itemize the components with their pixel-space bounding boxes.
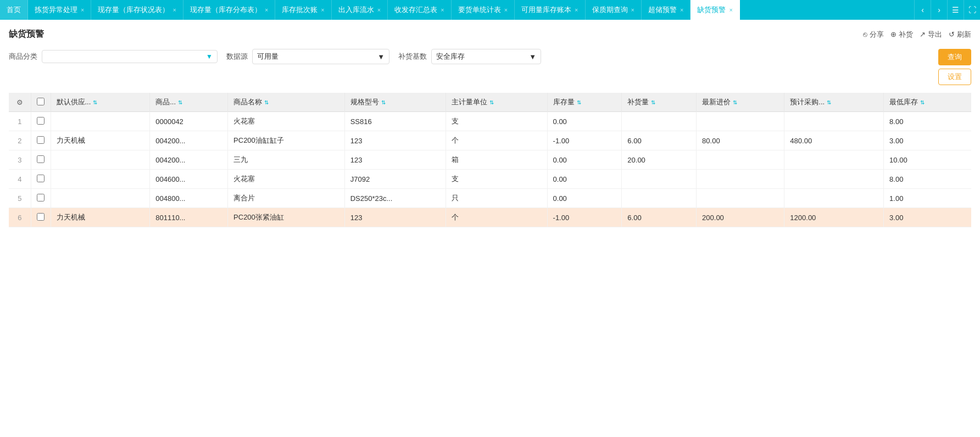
col-est-purchase-header[interactable]: 预计采购... ⇅ bbox=[784, 93, 884, 112]
tab-shortage[interactable]: 缺货预警 × bbox=[691, 0, 739, 20]
close-stock-dist-tab[interactable]: × bbox=[265, 7, 268, 13]
header-actions: ⎋ 分享 ⊕ 补货 ↗ 导出 ↺ 刷新 bbox=[863, 30, 971, 40]
close-receive-summary-tab[interactable]: × bbox=[441, 7, 444, 13]
cell-unit-2: 个 bbox=[446, 131, 547, 150]
fullscreen-btn[interactable]: ⛶ bbox=[964, 0, 980, 20]
tab-in-out-flow[interactable]: 出入库流水 × bbox=[332, 0, 388, 20]
replenish-btn[interactable]: ⊕ 补货 bbox=[890, 30, 913, 40]
cell-spec-6: 123 bbox=[344, 208, 446, 227]
tab-batch-account[interactable]: 库存批次账 × bbox=[275, 0, 331, 20]
row-select-1[interactable] bbox=[37, 117, 44, 125]
col-product-id-header[interactable]: 商品... ⇅ bbox=[150, 93, 228, 112]
tab-receive-summary[interactable]: 收发存汇总表 × bbox=[388, 0, 451, 20]
col-min-stock-header[interactable]: 最低库存 ⇅ bbox=[884, 93, 971, 112]
page-title: 缺货预警 bbox=[9, 29, 44, 40]
col-latest-price-header[interactable]: 最新进价 ⇅ bbox=[697, 93, 784, 112]
tab-expiry-query[interactable]: 保质期查询 × bbox=[586, 0, 642, 20]
cell-min-stock-4: 8.00 bbox=[884, 170, 971, 189]
row-checkbox-3[interactable] bbox=[31, 150, 51, 170]
cell-spec-2: 123 bbox=[344, 131, 446, 150]
share-icon: ⎋ bbox=[863, 30, 867, 38]
close-exception-tab[interactable]: × bbox=[81, 7, 84, 13]
tab-stock-dist[interactable]: 现存量（库存分布表） × bbox=[183, 0, 275, 20]
table-row: 6 力天机械 801110... PC200张紧油缸 123 个 -1.00 6… bbox=[9, 208, 971, 227]
cell-replenish-qty-5 bbox=[622, 189, 697, 208]
cell-supplier-6: 力天机械 bbox=[51, 208, 150, 227]
row-checkbox-5[interactable] bbox=[31, 189, 51, 208]
close-order-stats-tab[interactable]: × bbox=[504, 7, 508, 13]
tab-home[interactable]: 首页 bbox=[0, 0, 28, 20]
close-batch-account-tab[interactable]: × bbox=[321, 7, 324, 13]
col-product-name-header[interactable]: 商品名称 ⇅ bbox=[228, 93, 345, 112]
row-num-3: 3 bbox=[9, 150, 31, 170]
sort-replenish-qty-icon: ⇅ bbox=[651, 99, 655, 105]
sort-min-stock-icon: ⇅ bbox=[920, 99, 925, 105]
close-stock-status-tab[interactable]: × bbox=[172, 7, 176, 13]
page-container: 缺货预警 ⎋ 分享 ⊕ 补货 ↗ 导出 ↺ 刷新 商品分类 bbox=[0, 20, 980, 437]
tab-exception[interactable]: 拣货异常处理 × bbox=[28, 0, 91, 20]
gear-icon[interactable]: ⚙ bbox=[16, 98, 23, 107]
category-select[interactable]: ▼ bbox=[42, 50, 218, 63]
table-row: 1 0000042 火花塞 SS816 支 0.00 8.00 bbox=[9, 112, 971, 131]
replenish-base-dropdown-arrow: ▼ bbox=[529, 53, 536, 61]
sort-est-purchase-icon: ⇅ bbox=[827, 99, 831, 105]
col-stock-header[interactable]: 库存量 ⇅ bbox=[547, 93, 622, 112]
close-expiry-query-tab[interactable]: × bbox=[631, 7, 634, 13]
row-checkbox-1[interactable] bbox=[31, 112, 51, 131]
replenish-base-select[interactable]: 安全库存 ▼ bbox=[431, 49, 541, 64]
sort-stock-icon: ⇅ bbox=[577, 99, 581, 105]
close-shortage-tab[interactable]: × bbox=[729, 7, 732, 13]
cell-latest-price-1 bbox=[697, 112, 784, 131]
table-body: 1 0000042 火花塞 SS816 支 0.00 8.00 2 力天机械 0… bbox=[9, 112, 971, 227]
col-spec-header[interactable]: 规格型号 ⇅ bbox=[344, 93, 446, 112]
replenish-icon: ⊕ bbox=[890, 30, 897, 38]
sort-product-id-icon: ⇅ bbox=[178, 99, 182, 105]
row-select-3[interactable] bbox=[37, 155, 44, 163]
export-btn[interactable]: ↗ 导出 bbox=[920, 30, 942, 40]
category-label: 商品分类 bbox=[9, 52, 37, 61]
cell-stock-4: 0.00 bbox=[547, 170, 622, 189]
col-checkbox-header bbox=[31, 93, 51, 112]
cell-stock-6: -1.00 bbox=[547, 208, 622, 227]
tab-available-ledger[interactable]: 可用量库存账本 × bbox=[515, 0, 585, 20]
tab-order-stats[interactable]: 要货单统计表 × bbox=[452, 0, 515, 20]
datasource-select[interactable]: 可用量 ▼ bbox=[252, 49, 389, 64]
replenish-base-label: 补货基数 bbox=[398, 52, 427, 61]
next-tab-btn[interactable]: › bbox=[931, 0, 947, 20]
col-replenish-qty-header[interactable]: 补货量 ⇅ bbox=[622, 93, 697, 112]
settings-button[interactable]: 设置 bbox=[938, 69, 971, 85]
tab-stock-status[interactable]: 现存量（库存状况表） × bbox=[91, 0, 183, 20]
cell-unit-6: 个 bbox=[446, 208, 547, 227]
prev-tab-btn[interactable]: ‹ bbox=[914, 0, 931, 20]
row-num-1: 1 bbox=[9, 112, 31, 131]
cell-product-name-6: PC200张紧油缸 bbox=[228, 208, 345, 227]
row-select-2[interactable] bbox=[37, 136, 44, 144]
row-checkbox-2[interactable] bbox=[31, 131, 51, 150]
cell-min-stock-3: 10.00 bbox=[884, 150, 971, 170]
replenish-base-value: 安全库存 bbox=[436, 52, 465, 61]
query-button[interactable]: 查询 bbox=[938, 49, 971, 65]
close-in-out-flow-tab[interactable]: × bbox=[377, 7, 381, 13]
cell-spec-1: SS816 bbox=[344, 112, 446, 131]
tab-menu-btn[interactable]: ☰ bbox=[947, 0, 964, 20]
close-overstock-tab[interactable]: × bbox=[680, 7, 683, 13]
refresh-btn[interactable]: ↺ 刷新 bbox=[949, 30, 971, 40]
row-select-5[interactable] bbox=[37, 194, 44, 201]
row-checkbox-4[interactable] bbox=[31, 170, 51, 189]
row-select-6[interactable] bbox=[37, 213, 44, 221]
col-unit-header[interactable]: 主计量单位 ⇅ bbox=[446, 93, 547, 112]
cell-latest-price-5 bbox=[697, 189, 784, 208]
table-row: 2 力天机械 004200... PC200油缸缸子 123 个 -1.00 6… bbox=[9, 131, 971, 150]
cell-stock-2: -1.00 bbox=[547, 131, 622, 150]
cell-product-id-4: 004600... bbox=[150, 170, 228, 189]
cell-latest-price-2: 80.00 bbox=[697, 131, 784, 150]
tab-overstock[interactable]: 超储预警 × bbox=[642, 0, 691, 20]
cell-min-stock-6: 3.00 bbox=[884, 208, 971, 227]
select-all-checkbox[interactable] bbox=[37, 98, 44, 105]
col-supplier-header[interactable]: 默认供应... ⇅ bbox=[51, 93, 150, 112]
close-available-ledger-tab[interactable]: × bbox=[575, 7, 578, 13]
row-select-4[interactable] bbox=[37, 175, 44, 182]
row-checkbox-6[interactable] bbox=[31, 208, 51, 227]
cell-spec-4: J7092 bbox=[344, 170, 446, 189]
share-btn[interactable]: ⎋ 分享 bbox=[863, 30, 884, 40]
